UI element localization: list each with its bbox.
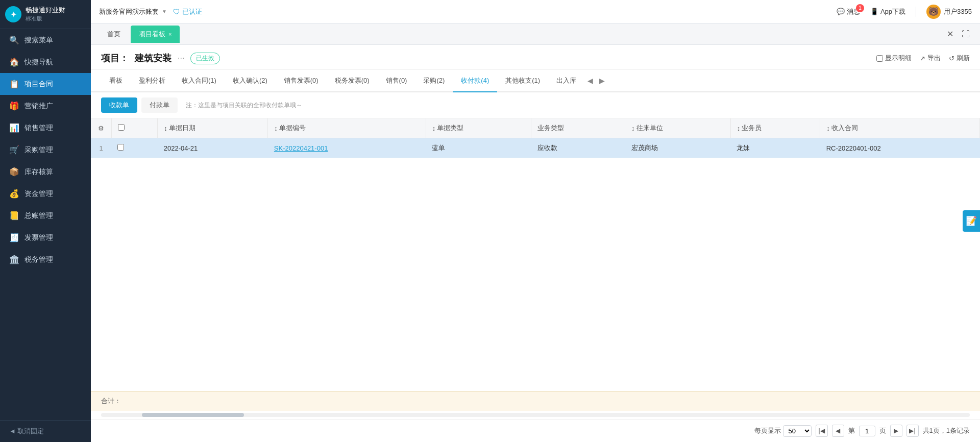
biz-type-column-header: 业务类型 xyxy=(531,118,625,138)
tabs-bar: 首页 项目看板 × ✕ ⛶ xyxy=(91,23,980,45)
row-biz-type: 应收款 xyxy=(531,138,625,158)
account-selector[interactable]: 新服务官网演示账套 ▼ xyxy=(99,7,167,16)
page-size-selector: 每页显示 50 100 200 xyxy=(754,425,812,437)
topbar-right: 💬 消息 1 📱 App下载 🐻 用户3355 xyxy=(837,5,972,19)
subnav-profit[interactable]: 盈利分析 xyxy=(131,70,174,92)
messages-button[interactable]: 💬 消息 1 xyxy=(837,7,860,16)
project-prefix: 项目： xyxy=(101,52,129,64)
sidebar-item-label: 项目合同 xyxy=(24,80,53,89)
app-download-button[interactable]: 📱 App下载 xyxy=(870,7,905,16)
subnav-kanban[interactable]: 看板 xyxy=(101,70,131,92)
sidebar-unpin[interactable]: ◄ 取消固定 xyxy=(0,420,91,442)
total-row: 合计： xyxy=(91,391,980,411)
main-area: 新服务官网演示账套 ▼ 🛡 已认证 💬 消息 1 📱 App下载 🐻 用户335… xyxy=(91,0,980,442)
right-float-panel[interactable]: 📝 xyxy=(963,210,980,232)
subnav-next-arrow[interactable]: ▶ xyxy=(596,72,608,89)
partner-column-header[interactable]: ↕ 往来单位 xyxy=(625,118,731,138)
receipt-tab-button[interactable]: 收款单 xyxy=(101,97,137,113)
row-number[interactable]: SK-20220421-001 xyxy=(268,138,426,158)
first-page-button[interactable]: |◀ xyxy=(816,425,828,437)
pagination: 每页显示 50 100 200 |◀ ◀ 第 页 ▶ ▶| 共1页，1条记录 xyxy=(91,419,980,442)
subnav-receipts[interactable]: 收付款(4) xyxy=(453,70,497,92)
prev-page-button[interactable]: ◀ xyxy=(832,425,844,437)
project-status-badge: 已生效 xyxy=(190,53,220,64)
sidebar-item-invoice[interactable]: 🧾 发票管理 xyxy=(0,227,91,249)
sidebar-item-sales[interactable]: 📊 销售管理 xyxy=(0,117,91,139)
subnav-income-contract[interactable]: 收入合同(1) xyxy=(174,70,225,92)
next-page-button[interactable]: ▶ xyxy=(890,425,902,437)
number-column-header[interactable]: ↕ 单据编号 xyxy=(268,118,426,138)
avatar: 🐻 xyxy=(926,5,941,19)
sidebar-item-marketing[interactable]: 🎁 营销推广 xyxy=(0,95,91,117)
date-column-header[interactable]: ↕ 单据日期 xyxy=(158,118,268,138)
sidebar-item-finance[interactable]: 💰 资金管理 xyxy=(0,183,91,205)
show-detail-label: 显示明细 xyxy=(885,54,912,63)
sidebar-item-label: 采购管理 xyxy=(24,145,53,155)
sidebar-item-quick[interactable]: 🏠 快捷导航 xyxy=(0,51,91,73)
topbar-divider xyxy=(916,7,916,17)
settings-column-header[interactable]: ⚙ xyxy=(91,118,111,138)
subnav-in-out[interactable]: 出入库 xyxy=(548,70,584,92)
horizontal-scrollbar[interactable] xyxy=(101,413,970,417)
row-date: 2022-04-21 xyxy=(158,138,268,158)
sub-tab-bar: 收款单 付款单 注：这里是与项目关联的全部收付款单哦～ xyxy=(91,92,980,118)
chart-icon: 📊 xyxy=(9,123,19,133)
sidebar-item-label: 资金管理 xyxy=(24,189,53,199)
subnav-sales-invoice[interactable]: 销售发票(0) xyxy=(276,70,327,92)
sidebar-item-tax[interactable]: 🏛️ 税务管理 xyxy=(0,249,91,271)
window-close-button[interactable]: ✕ xyxy=(945,27,955,41)
tab-home[interactable]: 首页 xyxy=(99,26,129,43)
tab-project-kanban[interactable]: 项目看板 × xyxy=(131,26,180,43)
subnav-income-confirm[interactable]: 收入确认(2) xyxy=(225,70,276,92)
scrollbar-thumb[interactable] xyxy=(142,413,244,417)
invoice-icon: 🧾 xyxy=(9,233,19,242)
sidebar-item-search[interactable]: 🔍 搜索菜单 xyxy=(0,29,91,51)
refresh-button[interactable]: ↺ 刷新 xyxy=(949,54,970,63)
refresh-icon: ↺ xyxy=(949,55,954,62)
salesperson-column-header[interactable]: ↕ 业务员 xyxy=(730,118,820,138)
export-icon: ↗ xyxy=(920,55,925,62)
gift-icon: 🎁 xyxy=(9,101,19,111)
subnav-sales[interactable]: 销售(0) xyxy=(378,70,415,92)
select-all-checkbox[interactable] xyxy=(118,124,125,131)
page-size-select[interactable]: 50 100 200 xyxy=(783,425,812,437)
subnav-purchase[interactable]: 采购(2) xyxy=(415,70,453,92)
window-expand-button[interactable]: ⛶ xyxy=(960,27,972,41)
subnav-tax-invoice[interactable]: 税务发票(0) xyxy=(327,70,378,92)
payment-tab-button[interactable]: 付款单 xyxy=(141,97,178,113)
msg-badge: 1 xyxy=(856,4,864,12)
home-tab-label: 首页 xyxy=(107,30,120,39)
show-detail-checkbox[interactable]: 显示明细 xyxy=(876,54,912,63)
certified-badge: 🛡 已认证 xyxy=(173,7,202,16)
sidebar-logo: ✦ 畅捷通好业财 标准版 xyxy=(0,0,91,29)
settings-icon[interactable]: ⚙ xyxy=(98,125,104,132)
user-menu[interactable]: 🐻 用户3355 xyxy=(926,5,972,19)
sidebar-item-inventory[interactable]: 📦 库存核算 xyxy=(0,161,91,183)
row-partner: 宏茂商场 xyxy=(625,138,731,158)
tabs-actions: ✕ ⛶ xyxy=(945,27,972,41)
row-checkbox[interactable] xyxy=(111,138,158,158)
sidebar-item-ledger[interactable]: 📒 总账管理 xyxy=(0,205,91,227)
page-unit: 页 xyxy=(879,426,886,435)
sidebar-item-purchase[interactable]: 🛒 采购管理 xyxy=(0,139,91,161)
search-icon: 🔍 xyxy=(9,35,19,45)
page-number-input[interactable] xyxy=(859,426,875,436)
refresh-label: 刷新 xyxy=(957,54,970,63)
checkbox-column-header xyxy=(111,118,158,138)
subnav-prev-arrow[interactable]: ◀ xyxy=(584,72,596,89)
tab-close-icon[interactable]: × xyxy=(168,31,172,37)
app-label: App下载 xyxy=(880,7,905,16)
row-salesperson: 龙妹 xyxy=(730,138,820,158)
income-contract-column-header[interactable]: ↕ 收入合同 xyxy=(820,118,980,138)
subnav-other-receipts[interactable]: 其他收支(1) xyxy=(497,70,548,92)
sidebar-item-project[interactable]: 📋 项目合同 xyxy=(0,73,91,95)
sub-navigation: 看板 盈利分析 收入合同(1) 收入确认(2) 销售发票(0) 税务发票(0) … xyxy=(91,70,980,92)
more-options-icon[interactable]: ··· xyxy=(178,54,184,63)
export-button[interactable]: ↗ 导出 xyxy=(920,54,941,63)
detail-checkbox-input[interactable] xyxy=(876,55,883,62)
sidebar: ✦ 畅捷通好业财 标准版 🔍 搜索菜单 🏠 快捷导航 📋 项目合同 🎁 营销推广… xyxy=(0,0,91,442)
last-page-button[interactable]: ▶| xyxy=(906,425,919,437)
type-column-header[interactable]: ↕ 单据类型 xyxy=(426,118,531,138)
right-panel-icon: 📝 xyxy=(966,216,977,226)
app-name: 畅捷通好业财 xyxy=(26,6,65,15)
